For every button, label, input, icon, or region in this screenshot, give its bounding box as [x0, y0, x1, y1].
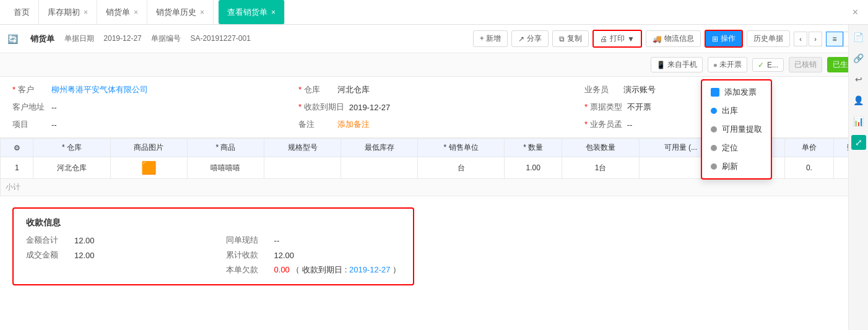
debt-value: 0.00 （ 收款到期日 : 2019-12-27 ） [274, 264, 401, 276]
outbound-item[interactable]: 出库 [702, 102, 771, 120]
available-qty-item[interactable]: 可用量提取 [702, 120, 771, 139]
payment-date-value: 2019-12-27 [349, 103, 391, 112]
refresh-icon [711, 163, 717, 170]
customer-field: * 客户 柳州粤港平安气体有限公司 [12, 84, 284, 95]
product-img-header: 商品图片 [110, 139, 187, 157]
deal-amount-value: 12.00 [74, 251, 95, 260]
history-button[interactable]: 历史单据 [747, 30, 790, 47]
sidebar-doc-icon[interactable]: 📄 [851, 30, 866, 45]
row-product: 嘻嘻嘻嘻 [187, 157, 264, 179]
tab-sales-order[interactable]: 销货单 × [97, 0, 147, 24]
sidebar-return-icon[interactable]: ↩ [851, 72, 866, 87]
remark-field: 备注 添加备注 [298, 119, 570, 130]
total-amount-value: 12.00 [74, 236, 95, 245]
tab-close-history[interactable]: × [200, 8, 204, 17]
doc-number-value: SA-20191227-001 [190, 34, 250, 43]
new-button[interactable]: + 新增 [473, 30, 508, 47]
not-opened-button[interactable]: ● 未开票 [708, 57, 747, 72]
doc-icon: 🔄 [7, 34, 18, 44]
row-img: 🟧 [110, 157, 187, 179]
row-spec [264, 157, 341, 179]
next-arrow[interactable]: › [809, 32, 822, 46]
secondary-toolbar: 📱 来自手机 ● 未开票 ✓ E... 已核销 已生效 [0, 53, 868, 77]
tab-close-inventory[interactable]: × [84, 8, 88, 17]
operation-button[interactable]: ⊞ 操作 [705, 30, 743, 48]
from-phone-button[interactable]: 📱 来自手机 [651, 57, 703, 72]
spec-header: 规格型号 [264, 139, 341, 157]
row-min-stock [341, 157, 418, 179]
row-index: 1 [1, 157, 33, 179]
ticket-type-value: 不开票 [627, 102, 651, 113]
available-icon [711, 126, 717, 132]
print-icon: 🖨 [600, 35, 607, 43]
tab-view-sales-order[interactable]: 查看销货单 × [219, 0, 285, 24]
subtotal-row: 小计 [1, 179, 868, 196]
staff-value: 演示账号 [623, 84, 656, 95]
tab-close-sales[interactable]: × [134, 8, 138, 17]
sidebar-user-icon[interactable]: 👤 [851, 93, 866, 108]
empty-cell [26, 264, 201, 276]
same-order-row: 同单现结 -- [226, 235, 401, 246]
doc-date-value: 2019-12-27 [103, 34, 141, 43]
sidebar-expand-icon[interactable]: ⤢ [851, 135, 866, 150]
row-qty: 1.00 [504, 157, 562, 179]
add-remark-button[interactable]: 添加备注 [337, 119, 370, 130]
pkg-qty-header: 包装数量 [562, 139, 639, 157]
subtotal-label: 小计 [1, 179, 868, 196]
sidebar-link-icon[interactable]: 🔗 [851, 51, 866, 66]
invoice-icon [711, 88, 719, 97]
project-field: 项目 -- [12, 119, 284, 130]
check-icon: ✓ [758, 61, 764, 69]
outbound-icon [711, 108, 717, 114]
share-button[interactable]: ↗ 分享 [511, 30, 549, 47]
add-invoice-item[interactable]: 添加发票 [702, 83, 771, 102]
toolbar-buttons: + 新增 ↗ 分享 ⧉ 复制 🖨 打印 ▼ 🚚 物流信息 ⊞ 操作 [473, 30, 861, 48]
locate-icon [711, 145, 717, 151]
tab-close-view[interactable]: × [271, 8, 276, 17]
check-button[interactable]: ✓ E... [752, 58, 784, 72]
payment-info-box: 收款信息 金额合计 12.00 同单现结 -- 成交金额 12.00 累计收款 … [12, 207, 414, 285]
doc-toolbar: 🔄 销货单 单据日期 2019-12-27 单据编号 SA-20191227-0… [0, 25, 868, 53]
price-header: 单价 [785, 139, 833, 157]
row-pkg-qty: 1台 [562, 157, 639, 179]
debt-row: 本单欠款 0.00 （ 收款到期日 : 2019-12-27 ） [226, 264, 401, 276]
doc-date-label: 单据日期 [64, 34, 94, 43]
payment-section: 收款信息 金额合计 12.00 同单现结 -- 成交金额 12.00 累计收款 … [0, 196, 868, 292]
nav-arrows: ‹ › [794, 32, 822, 46]
tab-bar: 首页 库存期初 × 销货单 × 销货单历史 × 查看销货单 × × [0, 0, 868, 25]
warehouse-field: * 仓库 河北仓库 [298, 84, 570, 95]
main-content: 🔄 销货单 单据日期 2019-12-27 单据编号 SA-20191227-0… [0, 25, 868, 330]
doc-title: 销货单 [30, 33, 54, 45]
row-price: 0. [785, 157, 833, 179]
prev-arrow[interactable]: ‹ [794, 32, 807, 46]
address-field: 客户地址 -- [12, 102, 284, 113]
copy-icon: ⧉ [559, 35, 565, 43]
logistics-button[interactable]: 🚚 物流信息 [646, 30, 701, 47]
close-all-button[interactable]: × [848, 7, 863, 18]
row-unit: 台 [418, 157, 504, 179]
unit-header: * 销售单位 [418, 139, 504, 157]
payment-grid: 金额合计 12.00 同单现结 -- 成交金额 12.00 累计收款 12.00 [26, 235, 401, 276]
warehouse-value: 河北仓库 [337, 84, 370, 95]
print-button[interactable]: 🖨 打印 ▼ [592, 30, 642, 48]
sidebar-chart-icon[interactable]: 📊 [851, 114, 866, 129]
payment-title: 收款信息 [26, 217, 401, 228]
warehouse-header: * 仓库 [33, 139, 110, 157]
required-star: * [12, 85, 15, 94]
right-sidebar: 📄 🔗 ↩ 👤 📊 ⤢ [848, 25, 868, 330]
locate-item[interactable]: 定位 [702, 139, 771, 157]
copy-button[interactable]: ⧉ 复制 [552, 30, 589, 47]
tab-home[interactable]: 首页 [5, 0, 39, 24]
settings-header[interactable]: ⚙ [1, 139, 33, 157]
list-view-button[interactable]: ≡ [826, 32, 843, 46]
refresh-item[interactable]: 刷新 [702, 157, 771, 176]
product-header: * 商品 [187, 139, 264, 157]
doc-meta: 单据日期 2019-12-27 单据编号 SA-20191227-001 [64, 33, 258, 44]
tab-sales-history[interactable]: 销货单历史 × [147, 0, 214, 24]
print-dropdown-arrow: ▼ [627, 35, 635, 43]
grid-icon: ⊞ [712, 35, 718, 43]
already-sold-button[interactable]: 已核销 [789, 57, 822, 72]
truck-icon: 🚚 [653, 35, 662, 43]
tab-inventory-init[interactable]: 库存期初 × [39, 0, 97, 24]
project-value: -- [51, 120, 57, 129]
